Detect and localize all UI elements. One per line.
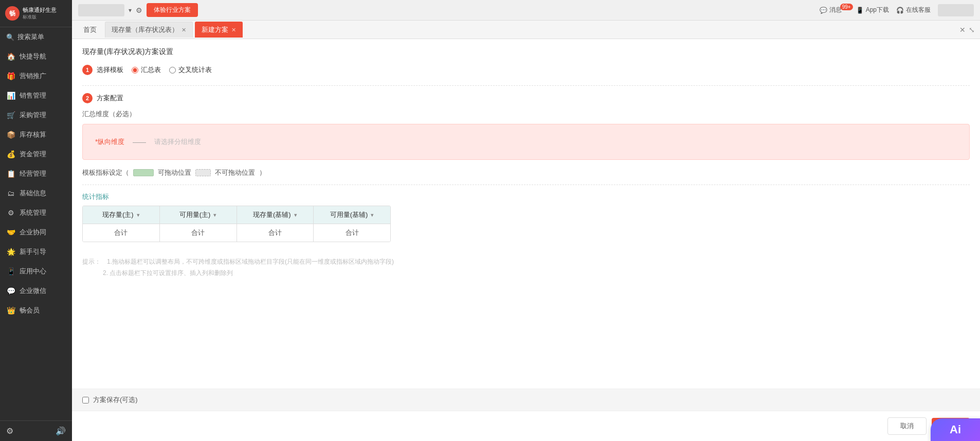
tab-close-window-icon[interactable]: ✕ xyxy=(959,26,966,34)
stats-body-col4: 合计 xyxy=(314,224,390,242)
step2-title: 方案配置 xyxy=(97,94,123,103)
tab-new-scheme[interactable]: 新建方案 ✕ xyxy=(195,22,243,38)
stats-header-row: 现存量(主) ▾ 可用量(主) ▾ 现存量(基辅) ▾ xyxy=(83,206,390,224)
summary-radio-text: 汇总表 xyxy=(141,65,161,75)
tab-expand-icon[interactable]: ⤡ xyxy=(969,26,975,34)
topbar-right: 💬 消息 99+ 📱 App下载 🎧 在线客服 xyxy=(820,4,974,16)
main-area: ▾ ⚙ 体验行业方案 💬 消息 99+ 📱 App下载 🎧 在线客服 首页 xyxy=(72,0,980,441)
tip-1: 提示： 1.拖动标题栏可以调整布局，不可跨维度或指标区域拖动栏目字段(只能在同一… xyxy=(82,256,970,268)
col1-label: 现存量(主) xyxy=(102,210,134,219)
tab-new-scheme-close-icon[interactable]: ✕ xyxy=(231,27,236,33)
dimension-warning-box: *纵向维度 —— 请选择分组维度 xyxy=(82,124,970,160)
summary-radio-label[interactable]: 汇总表 xyxy=(132,65,161,75)
sidebar-bottom: ⚙ 🔊 xyxy=(0,420,72,441)
sidebar-item-inventory[interactable]: 📦 库存核算 xyxy=(0,125,72,144)
settings-icon[interactable]: ⚙ xyxy=(6,426,13,436)
step1-section: 1 选择模板 汇总表 交叉统计表 xyxy=(82,65,970,75)
non-draggable-indicator xyxy=(195,169,211,176)
col3-label: 现存量(基辅) xyxy=(253,210,291,219)
newcomer-icon: 🌟 xyxy=(6,247,15,256)
sales-icon: 📊 xyxy=(6,91,15,100)
messages-badge: 99+ xyxy=(840,4,853,10)
stats-body-col1: 合计 xyxy=(83,224,160,242)
inventory-icon: 📦 xyxy=(6,130,15,139)
wechat-icon: 💬 xyxy=(6,286,15,296)
step1-badge: 1 xyxy=(82,65,93,75)
stats-header-col4[interactable]: 可用量(基辅) ▾ xyxy=(314,206,390,224)
cross-radio-text: 交叉统计表 xyxy=(178,65,212,75)
messages-button[interactable]: 💬 消息 99+ xyxy=(820,6,849,14)
stats-header-col3[interactable]: 现存量(基辅) ▾ xyxy=(237,206,314,224)
purchase-icon: 🛒 xyxy=(6,111,15,120)
tab-home[interactable]: 首页 xyxy=(77,22,103,38)
tips-section: 提示： 1.拖动标题栏可以调整布局，不可跨维度或指标区域拖动栏目字段(只能在同一… xyxy=(82,250,970,279)
quicknav-icon: 🏠 xyxy=(6,52,15,61)
col1-chevron-icon[interactable]: ▾ xyxy=(137,212,140,218)
online-service-label: 在线客服 xyxy=(906,6,931,14)
online-service-button[interactable]: 🎧 在线客服 xyxy=(896,6,931,14)
sidebar-item-marketing[interactable]: 🎁 营销推广 xyxy=(0,66,72,86)
dimension-placeholder[interactable]: 请选择分组维度 xyxy=(154,137,201,146)
dimension-separator: —— xyxy=(133,138,146,146)
cancel-button[interactable]: 取消 xyxy=(887,417,927,435)
col2-chevron-icon[interactable]: ▾ xyxy=(213,212,216,218)
settings-gear-icon[interactable]: ⚙ xyxy=(136,6,142,14)
sidebar-item-wechat[interactable]: 💬 企业微信 xyxy=(0,281,72,301)
summary-radio-input[interactable] xyxy=(132,67,138,74)
user-display xyxy=(78,4,124,16)
draggable-text: 可拖动位置 xyxy=(158,168,191,177)
sidebar-item-search[interactable]: 🔍 搜索菜单 xyxy=(0,27,72,47)
sidebar-item-label: 营销推广 xyxy=(20,71,46,81)
indicator-row: 模板指标设定（ 可拖动位置 不可拖动位置 ） xyxy=(82,168,970,177)
col3-chevron-icon[interactable]: ▾ xyxy=(294,212,297,218)
ai-fab-button[interactable]: Ai xyxy=(931,418,980,441)
stats-header-col1[interactable]: 现存量(主) ▾ xyxy=(83,206,160,224)
basic-icon: 🗂 xyxy=(6,189,15,198)
sidebar-item-label: 企业协同 xyxy=(20,228,46,237)
stats-body-col2: 合计 xyxy=(160,224,237,242)
user-avatar xyxy=(938,4,974,16)
sidebar-item-newcomer[interactable]: 🌟 新手引导 xyxy=(0,242,72,262)
dropdown-chevron-icon[interactable]: ▾ xyxy=(129,7,132,14)
cross-radio-label[interactable]: 交叉统计表 xyxy=(169,65,212,75)
operations-icon: 📋 xyxy=(6,169,15,178)
sidebar-item-purchase[interactable]: 🛒 采购管理 xyxy=(0,105,72,125)
tab-inventory-close-icon[interactable]: ✕ xyxy=(182,27,186,33)
divider-1 xyxy=(82,85,970,86)
search-icon: 🔍 xyxy=(6,33,14,41)
audio-icon[interactable]: 🔊 xyxy=(56,426,66,436)
sidebar-item-system[interactable]: ⚙ 系统管理 xyxy=(0,203,72,223)
save-checkbox[interactable] xyxy=(82,397,89,403)
cross-radio-input[interactable] xyxy=(169,67,176,74)
sidebar-item-enterprise[interactable]: 🤝 企业协同 xyxy=(0,223,72,242)
member-icon: 👑 xyxy=(6,306,15,315)
sidebar-item-member[interactable]: 👑 畅会员 xyxy=(0,301,72,320)
stats-header-col2[interactable]: 可用量(主) ▾ xyxy=(160,206,237,224)
tab-inventory-status[interactable]: 现存量（库存状况表） ✕ xyxy=(105,22,193,38)
industry-solution-button[interactable]: 体验行业方案 xyxy=(147,3,198,17)
sidebar-item-sales[interactable]: 📊 销售管理 xyxy=(0,86,72,105)
sidebar-item-label: 快捷导航 xyxy=(20,52,46,61)
col4-chevron-icon[interactable]: ▾ xyxy=(371,212,374,218)
required-star: *纵向维度 xyxy=(95,137,124,146)
ai-fab-label: Ai xyxy=(950,423,961,436)
appstore-icon: 📱 xyxy=(6,267,15,276)
tip-2: 2. 点击标题栏下拉可设置排序、插入列和删除列 xyxy=(103,268,970,279)
action-bar: 取消 查询 xyxy=(72,411,980,441)
tabbar: 首页 现存量（库存状况表） ✕ 新建方案 ✕ ✕ ⤡ xyxy=(72,21,980,39)
app-download-button[interactable]: 📱 App下载 xyxy=(856,6,889,14)
sidebar-item-basic[interactable]: 🗂 基础信息 xyxy=(0,183,72,203)
sidebar-item-label: 畅会员 xyxy=(20,306,40,315)
topbar: ▾ ⚙ 体验行业方案 💬 消息 99+ 📱 App下载 🎧 在线客服 xyxy=(72,0,980,21)
indicator-suffix: ） xyxy=(259,168,266,177)
system-icon: ⚙ xyxy=(6,208,15,217)
enterprise-icon: 🤝 xyxy=(6,228,15,237)
app-edition: 标准版 xyxy=(23,14,57,21)
sidebar-item-appstore[interactable]: 📱 应用中心 xyxy=(0,262,72,281)
sidebar-item-quicknav[interactable]: 🏠 快捷导航 xyxy=(0,47,72,66)
sidebar-item-operations[interactable]: 📋 经营管理 xyxy=(0,164,72,183)
sidebar-item-finance[interactable]: 💰 资金管理 xyxy=(0,144,72,164)
sidebar-item-label: 应用中心 xyxy=(20,267,46,276)
step2-badge: 2 xyxy=(82,93,93,103)
non-draggable-text: 不可拖动位置 xyxy=(215,168,255,177)
